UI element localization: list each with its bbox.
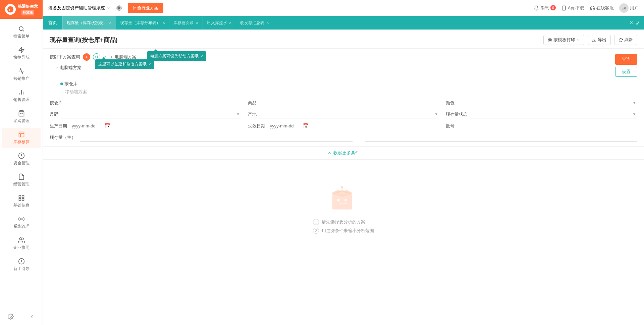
filter-field-origin: 产地 ▼ — [248, 110, 439, 118]
sidebar-item-marketing[interactable]: 营销推广 — [2, 64, 41, 85]
refresh-btn[interactable]: 刷新 — [614, 35, 637, 45]
filter-field-expire-date: 失效日期 📅 — [248, 122, 439, 130]
stock-status-select[interactable] — [470, 112, 637, 117]
print-label: 按模板打印 — [553, 37, 575, 43]
filter-field-size: 尺码 ▼ — [50, 110, 241, 118]
header-right: 消息 6 App下载 在线客服 Ea 用户 — [534, 3, 639, 13]
triangle-right-icon — [60, 90, 64, 94]
stock-main-to[interactable] — [365, 133, 638, 142]
sidebar-label-sales: 销售管理 — [13, 97, 30, 103]
step-2-circle: 2 — [313, 228, 319, 234]
collapse-sidebar-btn[interactable] — [28, 312, 36, 321]
user-area[interactable]: Ea 用户 — [619, 3, 639, 13]
settings-query-btn[interactable]: 设置 — [615, 67, 637, 77]
sidebar-item-operations[interactable]: 经营管理 — [2, 170, 41, 191]
tab-close-batch-account[interactable]: × — [196, 20, 198, 25]
page-title: 现存量查询(按仓库+商品) — [50, 36, 118, 44]
sidebar-logo: 6 畅通好生意 标准版 — [0, 0, 43, 19]
tab-receive-summary[interactable]: 收发存汇总表 × — [236, 16, 273, 30]
origin-select[interactable] — [259, 112, 439, 117]
sidebar-label-system: 系统管理 — [13, 224, 30, 229]
scheme-dot — [60, 83, 63, 85]
produce-date-calendar-icon[interactable]: 📅 — [105, 123, 110, 128]
system-title-dropdown[interactable]: 装备及固定资产辅助管理系统 — [48, 5, 110, 11]
empty-step-2: 2 用过滤条件来缩小分析范围 — [313, 228, 374, 234]
export-label: 导出 — [598, 37, 606, 43]
expire-date-input[interactable] — [270, 123, 300, 128]
logo-badge: 标准版 — [21, 10, 34, 15]
step-1-circle: 1 — [313, 219, 319, 225]
sidebar-label-search: 搜索菜单 — [13, 34, 30, 39]
filter-add-btn[interactable]: + — [83, 53, 90, 61]
online-support-btn[interactable]: 在线客服 — [590, 5, 614, 11]
notification-count: 6 — [550, 5, 556, 10]
color-select[interactable] — [457, 100, 637, 105]
warehouse-dots[interactable]: ··· — [65, 100, 72, 106]
stock-main-from[interactable] — [80, 133, 353, 142]
tab-close-receive-summary[interactable]: × — [266, 20, 269, 25]
notification-btn[interactable]: 消息 6 — [534, 5, 556, 11]
tab-close-inventory-dist[interactable]: × — [162, 20, 165, 25]
collapse-btn-row: 收起更多条件 — [43, 147, 644, 160]
sidebar-item-sales[interactable]: 销售管理 — [2, 86, 41, 106]
sidebar-item-system[interactable]: 系统管理 — [2, 212, 41, 233]
svg-rect-12 — [22, 196, 24, 198]
tab-close-inventory-status[interactable]: × — [109, 20, 112, 25]
sidebar-item-enterprise[interactable]: 企业协同 — [2, 233, 41, 254]
collapse-btn[interactable]: 收起更多条件 — [327, 150, 360, 156]
mobile-scheme-expand[interactable]: 移动端方案 — [50, 89, 637, 95]
close-all-tabs-btn[interactable]: × — [630, 20, 633, 26]
pc-scheme-expand-label: 电脑端方案 — [60, 65, 82, 71]
tab-window-btns: × ⤢ — [626, 20, 644, 26]
print-icon — [548, 38, 552, 42]
maximize-btn[interactable]: ⤢ — [636, 20, 640, 26]
notification-label: 消息 — [540, 5, 549, 11]
app-download-btn[interactable]: App下载 — [561, 5, 584, 11]
svg-point-18 — [10, 316, 12, 318]
print-btn[interactable]: 按模板打印 — [543, 35, 584, 45]
sidebar-item-basic[interactable]: 基础信息 — [2, 191, 41, 212]
svg-marker-4 — [19, 47, 24, 53]
goods-dots[interactable]: ··· — [259, 100, 266, 106]
sidebar-label-basic: 基础信息 — [13, 203, 30, 208]
page-header: 现存量查询(按仓库+商品) 按模板打印 导出 刷新 — [43, 30, 644, 49]
scheme-tooltip-close[interactable]: × — [201, 54, 203, 59]
chevron-up-icon — [327, 151, 332, 155]
expire-date-calendar-icon[interactable]: 📅 — [303, 123, 309, 128]
query-btn[interactable]: 查询 — [615, 54, 637, 65]
sidebar-item-inventory[interactable]: 库存核算 — [2, 128, 41, 148]
produce-date-input[interactable] — [72, 123, 102, 128]
sidebar-label-marketing: 营销推广 — [13, 76, 30, 82]
settings-bottom-btn[interactable] — [6, 312, 15, 321]
tab-inventory-dist[interactable]: 现存量（库存分布表） × — [116, 16, 169, 30]
app-download-label: App下载 — [568, 5, 584, 11]
batch-input[interactable] — [457, 122, 637, 130]
sidebar-item-search[interactable]: 搜索菜单 — [2, 22, 41, 43]
sidebar-item-quicknav[interactable]: 快捷导航 — [2, 43, 41, 64]
sidebar-item-purchase[interactable]: 采购管理 — [2, 107, 41, 127]
size-select[interactable] — [61, 112, 241, 117]
scheme-tooltip: 电脑方案可设为移动方案哦 × — [147, 51, 206, 61]
tab-home[interactable]: 首页 — [43, 16, 62, 30]
svg-rect-13 — [22, 199, 24, 201]
svg-rect-11 — [19, 196, 21, 198]
tab-close-inout-flow[interactable]: × — [229, 20, 232, 25]
trial-btn[interactable]: 体验行业方案 — [128, 3, 163, 13]
svg-point-15 — [20, 218, 22, 220]
header-settings-btn[interactable] — [114, 3, 124, 13]
sidebar: 6 畅通好生意 标准版 搜索菜单 快捷导航 营销推广 销售管理 采购管理 — [0, 0, 43, 325]
page-actions: 按模板打印 导出 刷新 — [543, 35, 637, 45]
phone-icon — [561, 5, 567, 11]
export-btn[interactable]: 导出 — [588, 35, 611, 45]
edit-tooltip-text: 这里可以创建和修改方案哦 — [98, 61, 147, 67]
edit-tooltip-close[interactable]: × — [149, 62, 151, 67]
filter-row-3: 生产日期 📅 失效日期 📅 — [50, 122, 637, 130]
tab-inout-flow[interactable]: 出入库流水 × — [203, 16, 236, 30]
color-select-wrapper: ▼ — [457, 99, 637, 107]
tab-batch-account[interactable]: 库存批次账 × — [169, 16, 202, 30]
tab-inventory-status[interactable]: 现存量（库存状况表） × — [62, 16, 116, 30]
sidebar-item-newbie[interactable]: 新手引导 — [2, 255, 41, 275]
sidebar-item-finance[interactable]: 资金管理 — [2, 149, 41, 169]
filter-field-goods: 商品 ··· — [248, 100, 439, 106]
chevron-right-icon — [110, 55, 113, 59]
